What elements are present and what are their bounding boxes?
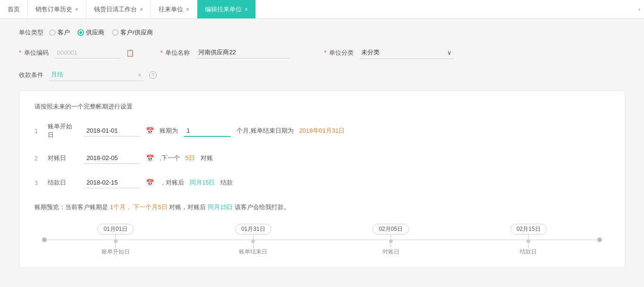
radio-both[interactable]: 客户/供应商 bbox=[112, 28, 153, 37]
timeline-inner: 01月01日 账单开始日 01月31日 bbox=[47, 224, 597, 256]
timeline-point-1-inner: 01月01日 账单开始日 bbox=[97, 224, 134, 256]
radio-customer-circle bbox=[49, 29, 56, 36]
help-icon[interactable]: ? bbox=[149, 71, 157, 79]
preview-mid: 下一个月5日 bbox=[133, 203, 167, 211]
required-star-cat: * bbox=[324, 49, 326, 56]
timeline-point-3-inner: 02月05日 对账日 bbox=[373, 224, 409, 256]
payment-terms-dropdown-arrow-icon: ∨ bbox=[138, 72, 142, 78]
unit-cat-dropdown[interactable]: 未分类 ∨ bbox=[359, 46, 454, 59]
tab-partner-label: 往来单位 bbox=[159, 5, 183, 14]
timeline-left-dot bbox=[42, 237, 47, 242]
timeline-badge-4: 02月15日 bbox=[510, 224, 547, 235]
row-3-suffix: 结款 bbox=[220, 178, 233, 187]
unit-type-row: 单位类型 客户 供应商 客户/供应商 bbox=[19, 28, 625, 37]
radio-supplier[interactable]: 供应商 bbox=[77, 28, 104, 37]
row-1-cal-icon[interactable]: 📅 bbox=[146, 127, 154, 135]
row-1-date-input[interactable] bbox=[84, 125, 140, 136]
tab-home-label: 首页 bbox=[8, 5, 20, 14]
tabs-scroll-right[interactable]: › bbox=[635, 0, 644, 18]
settings-panel: 请按照未来的一个完整帐期进行设置 1 账单开始日 📅 账期为 个月,账单结束日期… bbox=[19, 91, 625, 268]
row-3-num: 3 bbox=[34, 179, 42, 186]
row-1-field-label: 账单开始日 bbox=[48, 122, 78, 139]
row-3-date-input[interactable] bbox=[84, 177, 140, 188]
unit-code-input[interactable] bbox=[54, 47, 120, 59]
row-1-period-input[interactable] bbox=[184, 125, 231, 137]
tab-edit-partner[interactable]: 编辑往来单位 × bbox=[197, 0, 256, 18]
row-3-cal-icon[interactable]: 📅 bbox=[146, 179, 154, 186]
required-star-name: * bbox=[161, 49, 163, 56]
tab-edit-partner-label: 编辑往来单位 bbox=[205, 5, 242, 14]
required-star-code: * bbox=[19, 49, 21, 56]
row-2-field-label: 对账日 bbox=[48, 154, 78, 162]
setting-row-2: 2 对账日 📅 ,下一个 5日 对账 bbox=[34, 152, 610, 164]
timeline-connector-4 bbox=[528, 235, 529, 239]
tab-partner[interactable]: 往来单位 × bbox=[151, 0, 197, 18]
radio-customer[interactable]: 客户 bbox=[49, 28, 70, 37]
row-1-suffix: 个月,账单结束日期为 bbox=[237, 127, 294, 135]
row-1-num: 1 bbox=[34, 127, 42, 135]
row-2-date-input[interactable] bbox=[84, 152, 140, 164]
preview-end: 同月15日 bbox=[208, 203, 233, 211]
row-1-period-label: 账期为 bbox=[160, 127, 178, 135]
tab-sales-history[interactable]: 销售订单历史 × bbox=[28, 0, 86, 18]
row-2-highlight-day: 5日 bbox=[186, 154, 195, 162]
timeline-badge-2: 01月31日 bbox=[235, 224, 271, 235]
tab-home[interactable]: 首页 bbox=[0, 0, 28, 18]
radio-both-label: 客户/供应商 bbox=[120, 28, 153, 37]
unit-code-icon[interactable]: 📋 bbox=[126, 49, 134, 57]
tab-cash-work[interactable]: 钱货日清工作台 × bbox=[86, 0, 151, 18]
timeline-point-4: 02月15日 结款日 bbox=[460, 224, 598, 256]
preview-label: 账期预览：当前客户账期是 bbox=[34, 203, 108, 211]
radio-customer-label: 客户 bbox=[58, 28, 70, 37]
timeline-label-3: 对账日 bbox=[382, 248, 399, 256]
row-2-suffix: 对账 bbox=[201, 154, 213, 162]
tab-edit-partner-close[interactable]: × bbox=[245, 6, 248, 13]
timeline-point-3: 02月05日 对账日 bbox=[322, 224, 460, 256]
timeline-point-1: 01月01日 账单开始日 bbox=[47, 224, 185, 256]
unit-cat-label: * 单位分类 bbox=[324, 49, 354, 57]
payment-terms-dropdown[interactable]: 月结 ∨ bbox=[49, 68, 144, 81]
cat-dropdown-arrow-icon: ∨ bbox=[447, 49, 452, 56]
code-name-cat-row: * 单位编码 📋 * 单位名称 * 单位分类 未分类 ∨ bbox=[19, 46, 625, 59]
preview-mid2: 对账，对账后 bbox=[169, 203, 206, 211]
radio-supplier-label: 供应商 bbox=[86, 28, 104, 37]
timeline-connector-3 bbox=[390, 235, 391, 239]
row-1-end-date: 2018年01月31日 bbox=[299, 127, 345, 135]
unit-name-label: * 单位名称 bbox=[161, 49, 190, 57]
row-2-num: 2 bbox=[34, 155, 42, 162]
timeline-right-dot bbox=[597, 237, 602, 242]
timeline-label-1: 账单开始日 bbox=[102, 248, 130, 256]
timeline-connector-3b bbox=[390, 243, 391, 248]
tab-sales-history-label: 销售订单历史 bbox=[35, 5, 72, 14]
timeline-connector-2b bbox=[253, 243, 254, 248]
timeline-badge-3: 02月05日 bbox=[373, 224, 409, 235]
tabs-bar: 首页 销售订单历史 × 钱货日清工作台 × 往来单位 × 编辑往来单位 × › bbox=[0, 0, 644, 19]
timeline-label-2: 账单结束日 bbox=[239, 248, 267, 256]
timeline-dot-2 bbox=[251, 239, 255, 243]
unit-name-input[interactable] bbox=[195, 47, 290, 59]
timeline-connector-1 bbox=[115, 235, 116, 239]
radio-both-circle bbox=[112, 29, 119, 36]
unit-type-label: 单位类型 bbox=[19, 28, 43, 37]
tab-sales-history-close[interactable]: × bbox=[75, 6, 78, 13]
tab-cash-work-close[interactable]: × bbox=[140, 6, 143, 13]
timeline-dot-4 bbox=[526, 239, 530, 243]
timeline-container: 01月01日 账单开始日 01月31日 bbox=[34, 224, 610, 256]
row-2-prefix: ,下一个 bbox=[160, 154, 180, 162]
tab-partner-close[interactable]: × bbox=[186, 6, 189, 13]
timeline-badge-1: 01月01日 bbox=[97, 224, 134, 235]
timeline-dot-3 bbox=[389, 239, 393, 243]
preview-text: 账期预览：当前客户账期是 1个月， 下一个月5日 对账，对账后 同月15日 该客… bbox=[34, 202, 610, 212]
timeline-connector-1b bbox=[115, 243, 116, 248]
timeline-point-2: 01月31日 账单结束日 bbox=[185, 224, 322, 256]
setting-row-3: 3 结款日 📅 ，对账后 同月15日 结款 bbox=[34, 177, 610, 188]
unit-code-label: * 单位编码 bbox=[19, 49, 49, 57]
timeline-point-4-inner: 02月15日 结款日 bbox=[510, 224, 547, 256]
preview-tail: 该客户会给我打款。 bbox=[235, 203, 290, 211]
row-2-cal-icon[interactable]: 📅 bbox=[146, 154, 154, 162]
timeline-label-4: 结款日 bbox=[520, 248, 537, 256]
panel-instruction: 请按照未来的一个完整帐期进行设置 bbox=[34, 102, 610, 111]
main-content: 单位类型 客户 供应商 客户/供应商 * 单位编码 📋 * 单 bbox=[0, 19, 644, 287]
row-3-prefix: ，对账后 bbox=[160, 178, 184, 187]
timeline-track: 01月01日 账单开始日 01月31日 bbox=[42, 224, 602, 256]
